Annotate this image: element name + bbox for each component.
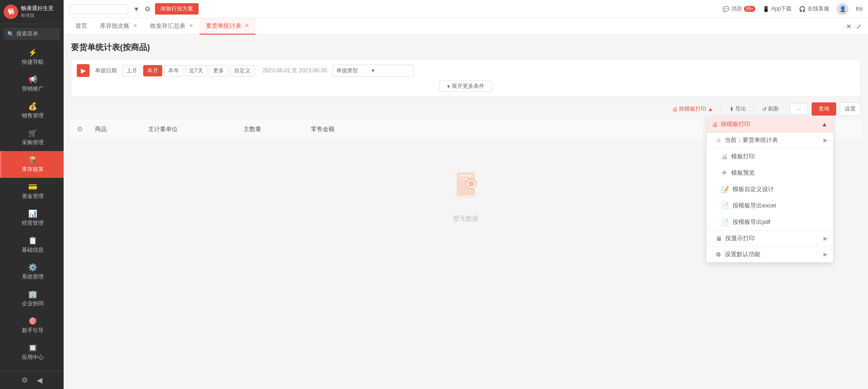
online-service-button[interactable]: 🎧 在线客服 <box>799 5 829 13</box>
enterprise-icon: 🏢 <box>28 290 37 298</box>
set-default-icon: ⚙ <box>716 251 721 258</box>
sidebar-item-system[interactable]: ⚙️ 系统管理 <box>0 258 64 285</box>
sidebar-item-wechat[interactable]: 💬 企业微信 <box>0 366 64 371</box>
dropdown-template-custom[interactable]: 📝 模板自定义设计 <box>707 181 833 197</box>
date-more[interactable]: 更多 <box>209 65 228 76</box>
date-prev-month[interactable]: 上月 <box>122 65 141 76</box>
print-dropdown-title: 🖨 按模板打印 <box>712 120 750 128</box>
dropdown-export-excel[interactable]: 📄 按模板导出excel <box>707 197 833 214</box>
sidebar-item-marketing[interactable]: 📢 营销推广 <box>0 71 64 97</box>
refresh-icon: ↺ <box>762 106 767 112</box>
tab-close-requisition-stats[interactable]: ✕ <box>245 23 249 29</box>
tab-receipts-summary[interactable]: 收发存汇总表 ✕ <box>144 18 200 35</box>
select-arrow-icon: ▾ <box>372 67 374 74</box>
export-excel-icon: 📄 <box>721 202 729 209</box>
sidebar-item-shortcut[interactable]: ⚡ 快捷导航 <box>0 44 64 71</box>
message-button[interactable]: 💬 消息 99+ <box>723 5 755 13</box>
separator-1: | <box>720 106 722 112</box>
sidebar-item-appstore[interactable]: 🔲 应用中心 <box>0 339 64 366</box>
sidebar-item-sales[interactable]: 💰 销售管理 <box>0 97 64 124</box>
export-pdf-icon: 📄 <box>721 218 729 226</box>
table-column-settings-icon[interactable]: ⚙ <box>77 125 83 133</box>
template-preview-icon: 👁 <box>721 169 728 177</box>
dropdown-export-pdf[interactable]: 📄 按模板导出pdf <box>707 214 833 230</box>
app-download-button[interactable]: 📱 App下载 <box>763 5 792 13</box>
newbie-icon: 🎯 <box>28 317 37 325</box>
settings-button[interactable]: ⚙ <box>21 376 28 384</box>
col-header-unit: 主计量单位 <box>143 121 238 138</box>
sidebar-item-purchase[interactable]: 🛒 采购管理 <box>0 124 64 151</box>
col-header-goods: 商品 <box>90 121 143 138</box>
date-this-year[interactable]: 本年 <box>164 65 183 76</box>
tab-requisition-stats[interactable]: 要货单统计表 ✕ <box>200 18 255 35</box>
inventory-icon: 📦 <box>28 156 37 164</box>
search-menu-button[interactable]: 🔍 搜索菜单 <box>4 28 60 40</box>
sidebar-bottom: ⚙ ◀ <box>0 371 64 389</box>
print-dropdown-close-icon[interactable]: ▲ <box>821 121 828 128</box>
tab-bar: 首页 库存批次账 ✕ 收发存汇总表 ✕ 要货单统计表 ✕ ✕ ⤢ <box>64 18 868 35</box>
avatar-placeholder: 👤 <box>839 6 846 12</box>
date-last-7[interactable]: 近7天 <box>185 65 207 76</box>
topbar-right: 💬 消息 99+ 📱 App下载 🎧 在线客服 👤 Rit <box>723 3 863 15</box>
expand-icon: ▾ <box>447 83 450 90</box>
print-dropdown-header: 🖨 按模板打印 ▲ <box>707 116 833 132</box>
more-options-button[interactable]: ··· <box>790 103 808 115</box>
sidebar-item-operation[interactable]: 📊 经营管理 <box>0 205 64 232</box>
download-icon: 📱 <box>763 6 769 12</box>
print-template-button[interactable]: 🖨 按模板打印 ▲ <box>668 103 717 115</box>
date-custom[interactable]: 自定义 <box>230 65 254 76</box>
dropdown-display-print[interactable]: 🖥 按显示打印 ▶ <box>707 230 833 246</box>
marketing-icon: 📢 <box>28 75 37 84</box>
search-input[interactable] <box>69 4 128 14</box>
current-dropdown-arrow: ▶ <box>823 137 828 143</box>
export-button[interactable]: ⬆ 导出 <box>726 103 750 115</box>
empty-icon <box>448 166 484 209</box>
sidebar-search-area: 🔍 搜索菜单 <box>0 24 64 44</box>
finance-icon: 💳 <box>28 182 37 191</box>
sidebar-item-inventory[interactable]: 📦 库存核算 <box>0 151 64 178</box>
collapse-button[interactable]: ◀ <box>37 376 42 384</box>
app-name: 畅康通好生意 <box>21 5 54 12</box>
expand-more-row: ▾ 展开更多条件 <box>77 81 855 92</box>
set-default-arrow: ▶ <box>823 251 828 258</box>
sidebar-item-finance[interactable]: 💳 资金管理 <box>0 178 64 205</box>
query-button[interactable]: 查询 <box>812 102 836 116</box>
print-dropdown-printer-icon: 🖨 <box>712 121 718 128</box>
sidebar-item-basic[interactable]: 📋 基础信息 <box>0 232 64 258</box>
sales-icon: 💰 <box>28 102 37 111</box>
message-icon: 💬 <box>723 6 729 12</box>
tab-home[interactable]: 首页 <box>69 18 94 35</box>
user-name: Rit <box>856 6 863 12</box>
page-content: 要货单统计表(按商品) ▶ 单据日期 上月 本月 本年 近7天 更多 自定义 2… <box>64 35 868 389</box>
print-dropdown-current[interactable]: 🖨 当前：要货单统计表 ▶ <box>707 132 833 148</box>
tab-inventory-batch[interactable]: 库存批次账 ✕ <box>94 18 144 35</box>
gear-icon[interactable]: ⚙ <box>145 5 150 13</box>
dropdown-set-default[interactable]: ⚙ 设置默认功能 ▶ <box>707 246 833 262</box>
dropdown-template-print[interactable]: 🖨 模板打印 <box>707 148 833 165</box>
tab-close-inventory-batch[interactable]: ✕ <box>133 23 137 29</box>
printer-icon: 🖨 <box>672 106 678 112</box>
tab-close-receipts-summary[interactable]: ✕ <box>189 23 193 29</box>
filter-bar: ▶ 单据日期 上月 本月 本年 近7天 更多 自定义 2023-06-01 至 … <box>71 59 861 97</box>
sidebar-item-newbie[interactable]: 🎯 新手引导 <box>0 312 64 339</box>
date-this-month[interactable]: 本月 <box>143 65 162 76</box>
expand-more-button[interactable]: ▾ 展开更多条件 <box>439 81 492 92</box>
close-tab-button[interactable]: ✕ <box>845 22 853 31</box>
print-arrow-icon: ▲ <box>708 106 713 112</box>
print-dropdown: 🖨 按模板打印 ▲ 🖨 当前：要货单统计表 ▶ 🖨 模板打印 👁 模板预览 <box>706 116 833 263</box>
filter-expand-button[interactable]: ▶ <box>77 64 90 77</box>
sidebar: 畅 畅康通好生意 标准版 🔍 搜索菜单 ⚡ 快捷导航 📢 营销推广 💰 销售管理… <box>0 0 64 389</box>
dropdown-template-preview[interactable]: 👁 模板预览 <box>707 165 833 181</box>
page-title: 要货单统计表(按商品) <box>71 42 861 53</box>
sidebar-item-enterprise[interactable]: 🏢 企业协同 <box>0 285 64 312</box>
type-filter-select[interactable]: 单据类型 ▾ <box>332 65 414 77</box>
maximize-button[interactable]: ⤢ <box>855 22 863 31</box>
refresh-button[interactable]: ↺ 刷新 <box>758 103 783 115</box>
sidebar-navigation: ⚡ 快捷导航 📢 营销推广 💰 销售管理 🛒 采购管理 📦 库存核算 💳 资金管… <box>0 44 64 371</box>
nav-dropdown-button[interactable]: ▾ <box>133 4 140 14</box>
user-avatar[interactable]: 👤 <box>837 3 848 15</box>
current-template-icon: 🖨 <box>716 137 721 143</box>
experience-button[interactable]: 体验行业方案 <box>155 3 199 15</box>
export-icon: ⬆ <box>729 106 734 112</box>
settings-button-toolbar[interactable]: 设置 <box>840 102 861 116</box>
